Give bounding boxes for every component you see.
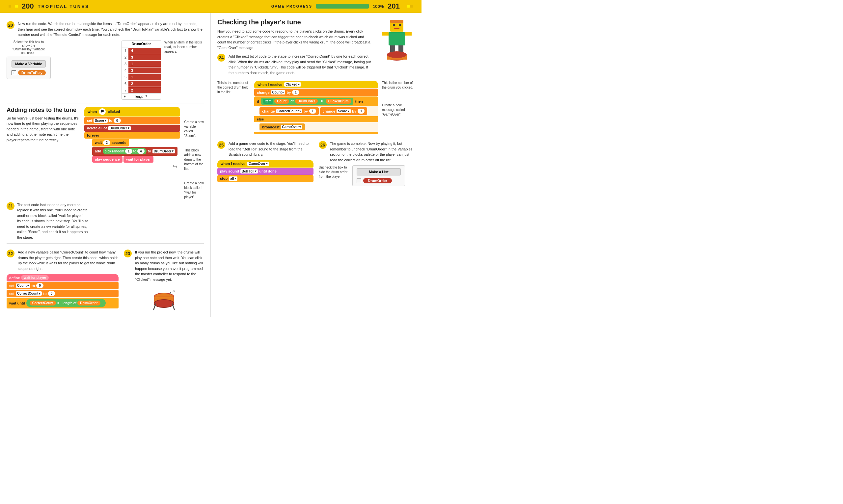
when-receive-gameover: when I receive GameOver [217,160,313,167]
step-22: 22 Add a new variable called "CorrectCou… [6,250,119,271]
progress-label: Game Progress [271,4,312,8]
make-list-button[interactable]: Make a List [357,168,401,176]
step-26-number: 26 [319,141,327,149]
step-26: 26 The game is complete. Now try playing… [319,141,415,163]
drum-illustration: ♪ ♫ [151,285,177,312]
wait-seconds-block: wait 2 seconds [92,139,129,146]
set-score-block: set Score to 0 [84,117,180,124]
page-header: 200 Tropical Tunes Game Progress 100% 20… [0,0,422,13]
svg-rect-13 [382,32,389,36]
step-24-number: 24 [217,54,225,61]
define-block: define wait for player [6,274,119,282]
svg-rect-8 [390,20,403,23]
drum-order-title: DrumOrder [122,40,161,48]
step-24-blocks-area: This is the number of the correct drum h… [217,80,415,134]
step-24-text: Add the next bit of code to the stage to… [229,54,373,75]
main-content: 20 Now run the code. Watch the numbers a… [0,13,422,317]
svg-text:♪: ♪ [169,290,172,295]
play-sequence-block: play sequence [92,156,123,163]
wait-for-player-block: wait for player [124,156,154,163]
change-correctcount-block: change CorrectCount by 1 [259,107,319,115]
make-list-box: Make a List DrumOrder [352,165,405,186]
section-adding-body: So far you've just been testing the drum… [6,115,79,143]
step-25-text: Add a game-over code to the stage. You'l… [229,141,313,157]
svg-point-2 [154,300,174,307]
inner-stack-24: when I receive Clicked change Count by 1… [254,80,378,134]
drumorder-list-badge: DrumOrder [363,178,392,183]
wait-until-block: wait until CorrectCount = length of Drum… [6,298,119,308]
svg-text:♫: ♫ [172,288,175,293]
step-21-number: 21 [6,202,15,210]
forever-block: forever [84,132,180,139]
section-adding-title: Adding notes to the tune [6,107,79,113]
drum-order-row-2: 23 [122,54,161,60]
scratch-stack-25: when I receive GameOver play sound Bell … [217,160,313,182]
variable-check-row: ✓ DrumToPlay [12,70,46,75]
progress-bar-fill [316,4,369,8]
if-condition: item Count of DrumOrder = ClickedDrum [261,98,353,105]
scratch-stack-22: define wait for player set Count to 0 se… [6,274,119,308]
step-22-text: Add a new variable called "CorrectCount"… [18,250,119,271]
drumorder-checkbox[interactable] [357,178,361,183]
step-23-number: 23 [124,250,132,257]
drum-order-row-7: 72 [122,87,161,93]
annotation-gameover: Create a new message called "GameOver". [382,103,415,117]
step-24: 24 Add the next bit of code to the stage… [217,54,373,75]
right-page-title: Checking the player's tune [217,18,373,26]
drum-order-row-4: 43 [122,67,161,74]
drumorder-dropdown-2: DrumOrder [153,149,175,154]
svg-rect-14 [405,32,412,36]
step-20: 20 Now run the code. Watch the numbers a… [6,21,204,38]
header-right: Game Progress 100% 201 [271,2,416,11]
scratch-stack-21: when ⚑ clicked set Score to 0 delete all… [84,107,180,170]
forever-body: wait 2 seconds add pick random 1 to 4 to [92,139,180,163]
if-container-24: if item Count of DrumOrder = ClickedDrum… [254,96,378,134]
drumtoplay-checkbox[interactable]: ✓ [12,70,16,75]
score-dropdown: Score [93,119,108,123]
else-body-24: broadcast GameOver [259,122,378,132]
drum-order-footer: + length 7 = [122,93,161,100]
right-sprite-col [379,18,415,78]
change-count-block: change Count by 1 [254,89,378,96]
right-text-col: Checking the player's tune Now you need … [217,18,373,78]
step-20-text: Now run the code. Watch the numbers alon… [18,21,204,38]
make-list-area: Uncheck the box to hide the drum order f… [319,165,415,186]
progress-percent: 100% [373,4,384,9]
if-header-24: if item Count of DrumOrder = ClickedDrum… [254,96,378,106]
play-sound-block: play sound Bell Toll until done [217,168,313,175]
step-21-text: The test code isn't needed any more so r… [17,202,90,240]
svg-rect-11 [394,28,399,29]
annotation-uncheck: Uncheck the box to hide the drum order f… [319,165,348,179]
delete-all-block: delete all of DrumOrder [84,125,180,132]
pixel-decoration-left [5,5,18,7]
divider-1 [6,103,204,103]
play-sound-label: play sound [220,169,239,173]
make-variable-button[interactable]: Make a Variable [12,60,46,68]
annotation-list: When an item in the list is read, its in… [164,40,204,54]
step-23-text: If you run the project now, the drums wi… [135,250,204,282]
step-22-number: 22 [6,250,15,257]
header-left: 200 Tropical Tunes [5,2,89,11]
step-26-text: The game is complete. Now try playing it… [330,141,415,163]
broadcast-gameover-block: broadcast GameOver [259,123,305,130]
drum-order-list: DrumOrder 14 23 31 43 51 62 72 + length … [122,40,161,100]
divider-2 [6,243,204,244]
right-page-body: Now you need to add some code to respond… [217,29,373,50]
step-25-number: 25 [217,141,225,149]
when-receive-clicked: when I receive Clicked [254,80,378,88]
annotation-clicked-drum: This is the number of the drum you click… [382,80,415,90]
step-23: 23 If you run the project now, the drums… [124,250,204,282]
step-20-number: 20 [6,21,15,29]
svg-rect-9 [393,24,395,26]
right-layout: Checking the player's tune Now you need … [217,18,415,78]
steps-22-23: 22 Add a new variable called "CorrectCou… [6,247,204,312]
boolean-condition: CorrectCount = length of DrumOrder [26,299,106,307]
drum-order-row-3: 31 [122,60,161,67]
clicked-label: clicked [108,110,120,113]
if-body-24: change CorrectCount by 1 change Score by… [259,106,378,116]
step-25-col: 25 Add a game-over code to the stage. Yo… [217,138,313,186]
right-page-number: 201 [388,2,400,11]
steps-25-26: 25 Add a game-over code to the stage. Yo… [217,138,415,186]
curved-arrow: ↪ [84,163,180,170]
page-title: Tropical Tunes [38,4,89,9]
